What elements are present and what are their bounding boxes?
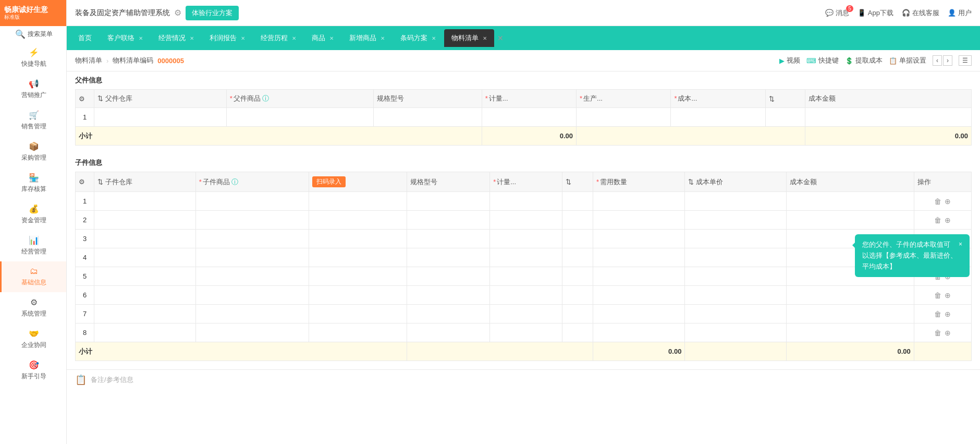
copy-icon[interactable]: ⊕: [945, 291, 951, 299]
cell-qty[interactable]: [593, 192, 685, 211]
trial-button[interactable]: 体验行业方案: [186, 6, 239, 20]
sidebar-item-system[interactable]: ⚙ 系统管理: [0, 292, 66, 323]
delete-icon[interactable]: 🗑: [934, 197, 941, 206]
cell-spec[interactable]: [407, 267, 490, 286]
cell-unit-cost[interactable]: [685, 248, 787, 267]
action-shortcut[interactable]: ⌨ 快捷键: [806, 56, 839, 65]
cell-scan[interactable]: [309, 267, 407, 286]
tab-close-icon[interactable]: ✕: [241, 35, 245, 41]
cell-spec[interactable]: [407, 230, 490, 248]
cell-qty[interactable]: [593, 248, 685, 267]
sidebar-item-inventory[interactable]: 🏪 库存核算: [0, 167, 66, 199]
action-document-settings[interactable]: 📋 单据设置: [889, 56, 926, 65]
cell-warehouse[interactable]: [94, 323, 196, 342]
action-video[interactable]: ▶ 视频: [779, 56, 800, 65]
cell-warehouse[interactable]: [94, 267, 196, 286]
cell-unit-cost[interactable]: [685, 323, 787, 342]
cell-scan[interactable]: [309, 230, 407, 248]
sidebar-item-marketing[interactable]: 📢 营销推广: [0, 74, 66, 105]
cell-unit-cost[interactable]: [685, 267, 787, 286]
cell-extra[interactable]: [562, 267, 593, 286]
cell-spec[interactable]: [407, 192, 490, 211]
tab-close-icon[interactable]: ✕: [329, 35, 334, 41]
sidebar-item-sales[interactable]: 🛒 销售管理: [0, 105, 66, 136]
cell-scan[interactable]: [309, 305, 407, 323]
tab-history[interactable]: 经营历程 ✕: [253, 29, 303, 47]
tooltip-close-button[interactable]: ×: [959, 239, 962, 249]
copy-icon[interactable]: ⊕: [945, 216, 951, 224]
tab-add-goods[interactable]: 新增商品 ✕: [342, 29, 392, 47]
close-all-button[interactable]: ✕: [497, 34, 504, 42]
cell-warehouse[interactable]: [94, 286, 196, 305]
sidebar-item-purchase[interactable]: 📦 采购管理: [0, 136, 66, 167]
cell-product[interactable]: [195, 230, 309, 248]
cell-product[interactable]: [226, 108, 374, 127]
sidebar-item-newbie[interactable]: 🎯 新手引导: [0, 355, 66, 386]
cell-extra[interactable]: [562, 286, 593, 305]
tab-close-icon[interactable]: ✕: [432, 35, 436, 41]
cell-scan[interactable]: [309, 248, 407, 267]
nav-list-button[interactable]: ☰: [959, 55, 972, 66]
cell-product[interactable]: [195, 305, 309, 323]
app-download-button[interactable]: 📱 App下载: [858, 8, 893, 18]
cell-qty[interactable]: [593, 267, 685, 286]
cell-spec[interactable]: [407, 305, 490, 323]
action-extract-cost[interactable]: 💲 提取成本: [845, 56, 883, 65]
cell-unit[interactable]: [490, 192, 562, 211]
cell-qty[interactable]: [593, 230, 685, 248]
cell-unit[interactable]: [490, 211, 562, 230]
cell-product[interactable]: [195, 192, 309, 211]
settings-button[interactable]: ⚙: [174, 8, 181, 18]
sidebar-item-basic-info[interactable]: 🗂 基础信息: [0, 261, 66, 292]
sidebar-item-finance[interactable]: 💰 资金管理: [0, 199, 66, 230]
cell-extra[interactable]: [562, 248, 593, 267]
tab-barcode[interactable]: 条码方案 ✕: [393, 29, 443, 47]
cell-unit[interactable]: [490, 267, 562, 286]
cell-unit[interactable]: [490, 230, 562, 248]
tab-close-icon[interactable]: ✕: [190, 35, 194, 41]
tab-operations[interactable]: 经营情况 ✕: [151, 29, 201, 47]
cell-product[interactable]: [195, 323, 309, 342]
cell-qty[interactable]: [593, 305, 685, 323]
settings-icon[interactable]: ⚙: [79, 178, 85, 186]
cell-unit[interactable]: [482, 108, 576, 127]
cell-cost[interactable]: [671, 108, 765, 127]
tab-profit[interactable]: 利润报告 ✕: [202, 29, 252, 47]
user-button[interactable]: 👤 用户: [948, 8, 972, 18]
cell-scan[interactable]: [309, 192, 407, 211]
cell-spec[interactable]: [407, 286, 490, 305]
sidebar-item-enterprise[interactable]: 🤝 企业协同: [0, 323, 66, 355]
cell-unit[interactable]: [490, 286, 562, 305]
cell-unit[interactable]: [490, 248, 562, 267]
cell-qty[interactable]: [593, 323, 685, 342]
cell-warehouse[interactable]: [94, 305, 196, 323]
tab-customer[interactable]: 客户联络 ✕: [100, 29, 150, 47]
cell-spec[interactable]: [407, 211, 490, 230]
cell-warehouse[interactable]: [94, 230, 196, 248]
tab-home[interactable]: 首页: [71, 29, 99, 47]
cell-unit-cost[interactable]: [685, 211, 787, 230]
cell-extra[interactable]: [562, 230, 593, 248]
tab-close-icon[interactable]: ✕: [483, 35, 487, 41]
cell-product[interactable]: [195, 267, 309, 286]
cell-extra[interactable]: [562, 192, 593, 211]
delete-icon[interactable]: 🗑: [934, 329, 941, 337]
cell-unit[interactable]: [490, 323, 562, 342]
cell-spec[interactable]: [374, 108, 482, 127]
cell-warehouse[interactable]: [94, 192, 196, 211]
cell-spec[interactable]: [407, 323, 490, 342]
sidebar-item-search[interactable]: 🔍 搜索菜单: [0, 26, 66, 42]
tab-close-icon[interactable]: ✕: [139, 35, 143, 41]
cell-warehouse[interactable]: [94, 211, 196, 230]
breadcrumb-page[interactable]: 物料清单: [75, 56, 102, 65]
cell-extra[interactable]: [765, 108, 805, 127]
delete-icon[interactable]: 🗑: [934, 310, 941, 318]
tab-close-icon[interactable]: ✕: [292, 35, 296, 41]
tab-bom[interactable]: 物料清单 ✕: [444, 29, 494, 47]
sidebar-item-operations[interactable]: 📊 经营管理: [0, 230, 66, 261]
cell-product[interactable]: [195, 211, 309, 230]
cell-scan[interactable]: [309, 211, 407, 230]
cell-unit[interactable]: [490, 305, 562, 323]
cell-warehouse[interactable]: [94, 248, 196, 267]
cell-unit-cost[interactable]: [685, 305, 787, 323]
